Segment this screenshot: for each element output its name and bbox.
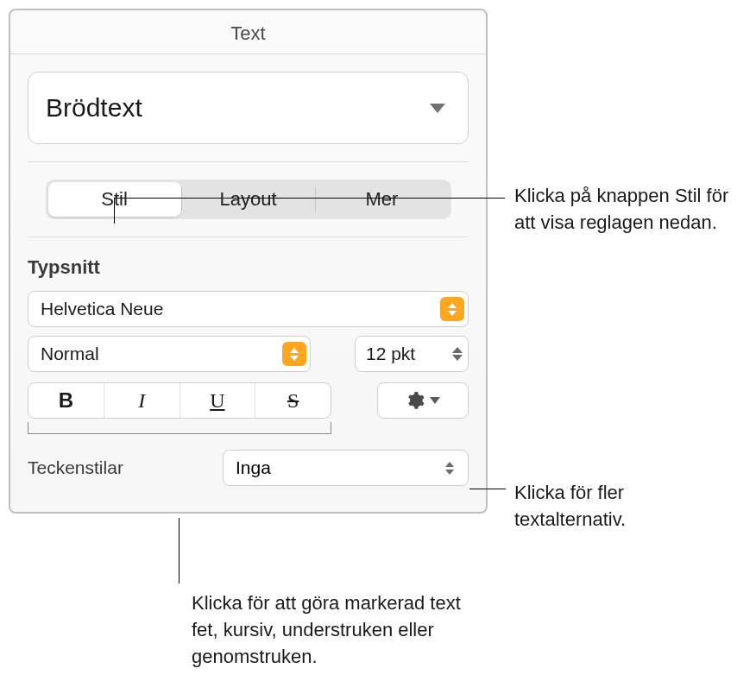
gear-icon xyxy=(406,391,425,410)
updown-chevrons-icon xyxy=(440,297,464,321)
chevron-down-icon xyxy=(430,104,445,113)
font-section-label: Typsnitt xyxy=(28,256,469,279)
divider xyxy=(28,236,469,237)
character-styles-label: Teckenstilar xyxy=(28,457,209,478)
text-inspector-panel: Text Brödtext Stil Layout Mer xyxy=(9,9,488,514)
font-weight-dropdown[interactable]: Normal xyxy=(28,336,311,372)
callout-bracket xyxy=(28,422,331,434)
paragraph-style-label: Brödtext xyxy=(46,93,142,123)
bold-icon: B xyxy=(59,388,73,413)
divider xyxy=(28,161,469,162)
bold-button[interactable]: B xyxy=(28,383,104,418)
callout-line xyxy=(469,489,506,489)
annotation-gear: Klicka för fler textalternativ. xyxy=(514,480,704,533)
paragraph-style-dropdown[interactable]: Brödtext xyxy=(28,72,469,144)
panel-title: Text xyxy=(10,10,486,54)
annotation-stil: Klicka på knappen Stil för att visa regl… xyxy=(514,183,730,236)
tab-layout-label: Layout xyxy=(219,188,276,211)
font-size-value: 12 pkt xyxy=(366,344,452,364)
callout-line xyxy=(114,198,505,199)
tab-mer[interactable]: Mer xyxy=(316,182,449,217)
more-text-options-button[interactable] xyxy=(377,382,469,419)
segmented-control: Stil Layout Mer xyxy=(35,180,462,219)
character-styles-dropdown[interactable]: Inga xyxy=(223,450,469,486)
tab-layout[interactable]: Layout xyxy=(182,182,315,217)
annotation-bius: Klicka för att göra markerad text fet, k… xyxy=(192,590,476,670)
strikethrough-button[interactable]: S xyxy=(255,383,331,418)
underline-button[interactable]: U xyxy=(180,383,256,418)
callout-line xyxy=(179,518,180,583)
font-family-value: Helvetica Neue xyxy=(41,299,440,319)
tab-mer-label: Mer xyxy=(366,188,399,211)
chevron-down-icon xyxy=(430,397,440,404)
stepper-icon[interactable] xyxy=(452,347,463,361)
callout-line xyxy=(114,198,115,224)
font-weight-value: Normal xyxy=(41,344,282,364)
updown-chevrons-icon xyxy=(440,456,459,480)
character-styles-value: Inga xyxy=(236,457,440,478)
text-format-group: B I U S xyxy=(28,382,331,419)
font-size-stepper[interactable]: 12 pkt xyxy=(355,336,469,372)
italic-button[interactable]: I xyxy=(104,383,180,418)
italic-icon: I xyxy=(138,389,145,413)
underline-icon: U xyxy=(210,389,224,413)
updown-chevrons-icon xyxy=(282,342,306,366)
font-family-dropdown[interactable]: Helvetica Neue xyxy=(28,291,469,327)
strike-icon: S xyxy=(287,389,299,413)
